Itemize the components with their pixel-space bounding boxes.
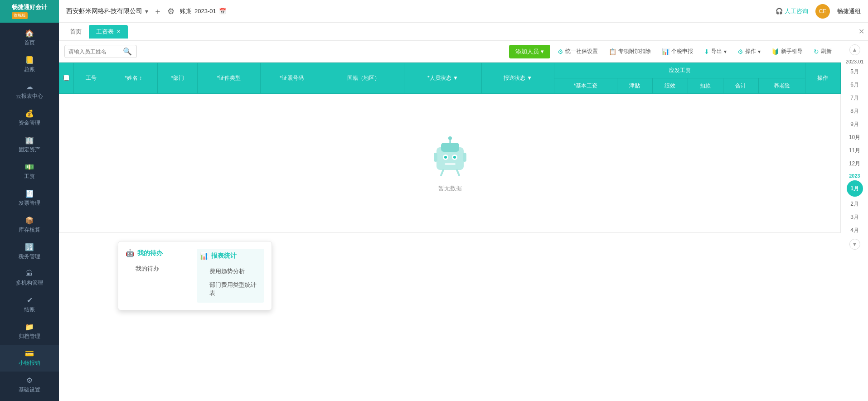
add-person-label: 添加人员	[515, 48, 539, 56]
sidebar-item-fund[interactable]: 💰资金管理	[0, 105, 59, 131]
sidebar-item-inventory[interactable]: 📦库存核算	[0, 212, 59, 238]
timeline-month-6[interactable]: 6月	[841, 78, 868, 92]
tab-payroll[interactable]: 工资表 ✕	[89, 25, 128, 39]
sidebar-icon-ledger: 📒	[25, 56, 34, 64]
sidebar-label-cloud-report: 云报表中心	[16, 92, 43, 100]
customer-service[interactable]: 🎧 人工咨询	[776, 7, 808, 15]
popup-item-dept-cost[interactable]: 部门费用类型统计表	[199, 278, 262, 300]
popup-item-cost-trend[interactable]: 费用趋势分析	[199, 265, 262, 278]
sidebar-label-xiaochang: 小畅报销	[19, 359, 40, 367]
user-avatar[interactable]: CE	[815, 4, 830, 19]
search-input[interactable]	[68, 48, 123, 55]
operations-label: 操作	[745, 48, 756, 55]
sidebar-icon-fund: 💰	[25, 109, 34, 118]
sidebar-item-invoice[interactable]: 🧾发票管理	[0, 185, 59, 212]
popup-item-my-todo[interactable]: 我的待办	[126, 262, 188, 275]
tax-report-label: 个税申报	[671, 48, 693, 55]
sidebar-icon-home: 🏠	[25, 29, 34, 38]
sidebar-item-home[interactable]: 🏠首页	[0, 24, 59, 51]
timeline-panel: ▲ 2023.01 5月 6月 7月 8月 9月 10月 11月 12月 202…	[841, 41, 868, 401]
add-person-button[interactable]: 添加人员 ▾	[509, 45, 550, 58]
social-insurance-icon: ⚙	[558, 48, 563, 55]
new-guide-label: 新手引导	[781, 48, 803, 55]
svg-line-12	[457, 170, 459, 175]
timeline-month-7[interactable]: 7月	[841, 92, 868, 105]
timeline-month-8[interactable]: 8月	[841, 105, 868, 118]
svg-rect-1	[441, 143, 459, 152]
popup-col-report-title: 📊 报表统计	[199, 251, 262, 260]
sidebar-item-tax[interactable]: 🔢税务管理	[0, 238, 59, 265]
refresh-label: 刷新	[821, 48, 832, 55]
timeline-month-12[interactable]: 12月	[841, 157, 868, 170]
todo-icon: 🤖	[126, 249, 135, 257]
header-actions: ＋ ⚙	[154, 6, 175, 17]
select-all-checkbox[interactable]	[63, 75, 69, 81]
tax-report-icon: 📊	[662, 48, 669, 55]
svg-line-11	[441, 170, 443, 175]
empty-state-icon	[427, 134, 473, 179]
payroll-table: 工号 *姓名 ↕ *部门 *证件类型 *证照号码 国籍（地区） *人员状态 ▼ …	[59, 63, 841, 233]
social-insurance-action[interactable]: ⚙ 统一社保设置	[554, 46, 601, 57]
tab-home[interactable]: 首页	[63, 25, 89, 39]
timeline-scroll-up[interactable]: ▲	[849, 44, 860, 55]
settings-icon[interactable]: ⚙	[167, 6, 175, 16]
timeline-month-2[interactable]: 2月	[841, 198, 868, 211]
tab-home-label: 首页	[70, 28, 82, 36]
timeline-month-1-active[interactable]: 1月	[847, 180, 863, 197]
timeline-month-10[interactable]: 10月	[841, 131, 868, 144]
refresh-action[interactable]: ↻ 刷新	[810, 46, 835, 57]
th-checkbox[interactable]	[59, 63, 74, 94]
sidebar-label-settle: 结账	[24, 306, 35, 314]
timeline-year-2023: 2023	[849, 173, 860, 179]
sidebar-item-multi-org[interactable]: 🏛多机构管理	[0, 265, 59, 291]
table-container: 工号 *姓名 ↕ *部门 *证件类型 *证照号码 国籍（地区） *人员状态 ▼ …	[59, 63, 841, 401]
sidebar-item-settle[interactable]: ✔结账	[0, 291, 59, 318]
popup-col-todo-title: 🤖 我的待办	[126, 249, 188, 257]
sidebar-item-ledger[interactable]: 📒总账	[0, 51, 59, 78]
sidebar-item-salary[interactable]: 💵工资	[0, 158, 59, 185]
sidebar-item-archive[interactable]: 📁归档管理	[0, 318, 59, 345]
add-company-icon[interactable]: ＋	[154, 6, 162, 17]
tax-report-action[interactable]: 📊 个税申报	[658, 46, 697, 57]
timeline-month-3[interactable]: 3月	[841, 211, 868, 224]
timeline-scroll-down[interactable]: ▼	[849, 239, 860, 250]
company-dropdown-icon[interactable]: ▾	[145, 8, 148, 15]
new-guide-action[interactable]: 🔰 新手引导	[768, 46, 806, 57]
export-action[interactable]: ⬇ 导出 ▾	[700, 46, 730, 57]
todo-title-label: 我的待办	[137, 249, 163, 257]
sidebar-item-basic[interactable]: ⚙基础设置	[0, 372, 59, 398]
timeline-month-5[interactable]: 5月	[841, 65, 868, 78]
special-deduct-action[interactable]: 📋 专项附加扣除	[605, 46, 655, 57]
timeline-month-4[interactable]: 4月	[841, 224, 868, 237]
th-base-salary: *基本工资	[554, 78, 617, 94]
th-action: 操作	[805, 63, 840, 94]
th-allowance: 津贴	[617, 78, 652, 94]
sidebar-item-xiaochang[interactable]: 💳小畅报销	[0, 345, 59, 372]
top-header: 西安虾米网络科技有限公司 ▾ ＋ ⚙ 账期 2023-01 📅 🎧 人工咨询 C…	[59, 0, 868, 23]
sidebar-icon-inventory: 📦	[25, 216, 34, 225]
user-name: 畅捷通组	[837, 7, 861, 15]
sidebar-item-fixed-asset[interactable]: 🏢固定资产	[0, 131, 59, 158]
sidebar-item-cloud-report[interactable]: ☁云报表中心	[0, 78, 59, 105]
app-logo: 畅捷通好会计 旗舰版	[0, 0, 59, 23]
svg-point-5	[453, 156, 456, 159]
timeline-year-header: 2023.01	[846, 59, 864, 64]
sidebar-label-tax: 税务管理	[19, 253, 40, 261]
svg-point-4	[444, 156, 447, 159]
sidebar: 畅捷通好会计 旗舰版 🏠首页📒总账☁云报表中心💰资金管理🏢固定资产💵工资🧾发票管…	[0, 0, 59, 401]
timeline-month-11[interactable]: 11月	[841, 144, 868, 157]
sidebar-label-basic: 基础设置	[19, 386, 40, 394]
tab-payroll-close[interactable]: ✕	[116, 29, 121, 34]
sidebar-label-inventory: 库存核算	[19, 226, 40, 234]
sidebar-item-guide[interactable]: ▶新手引导	[0, 398, 59, 401]
social-insurance-label: 统一社保设置	[565, 48, 598, 55]
th-pension: 养老险	[758, 78, 805, 94]
operations-action[interactable]: ⚙ 操作 ▾	[734, 46, 764, 57]
sidebar-label-archive: 归档管理	[19, 333, 40, 340]
th-country: 国籍（地区）	[323, 63, 404, 94]
timeline-month-9[interactable]: 9月	[841, 118, 868, 131]
close-panel-button[interactable]: ✕	[858, 27, 864, 36]
export-icon: ⬇	[704, 48, 709, 55]
sidebar-icon-xiaochang: 💳	[25, 349, 34, 358]
calendar-icon[interactable]: 📅	[219, 8, 226, 14]
